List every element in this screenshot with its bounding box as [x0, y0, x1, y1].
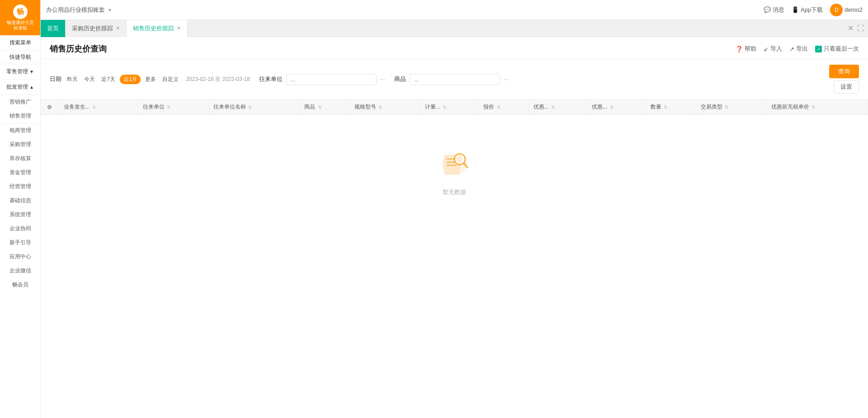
filter-buttons: 查询 设置 — [829, 65, 859, 94]
th-biz-date[interactable]: 业务发生... ⇅ — [59, 100, 138, 115]
sort-icon-discount1: ⇅ — [551, 104, 555, 109]
sort-icon-trade-type: ⇅ — [725, 104, 728, 109]
th-trade-type[interactable]: 交易类型 ⇅ — [696, 100, 766, 115]
partner-filter-more-icon[interactable]: ··· — [380, 76, 386, 83]
topbar: 办公用品行业模拟账套 ▾ 💬 消息 📱 App下载 D demo2 — [41, 0, 868, 20]
goods-filter-input[interactable] — [410, 74, 500, 85]
svg-rect-4 — [447, 165, 457, 166]
filter-area: 日期 昨天 今天 近7天 近1月 更多 自定义 2023-02-18 至 202… — [41, 59, 868, 100]
tabs-bar: 首页 采购历史价跟踪 ✕ 销售历史价跟踪 ✕ ✕ ⛶ — [41, 20, 868, 37]
th-partner-name[interactable]: 往来单位名称 ⇅ — [208, 100, 300, 115]
export-label: 导出 — [796, 45, 808, 53]
user-avatar: D — [830, 4, 843, 16]
th-discount2[interactable]: 优惠... ⇅ — [587, 100, 646, 115]
only-last-once-checkbox[interactable]: ✓ 只看最后一次 — [815, 45, 859, 53]
import-label: 导入 — [770, 45, 782, 53]
th-settings[interactable]: ⚙ — [41, 100, 59, 115]
sidebar-item-quick-nav[interactable]: 快捷导航 — [0, 51, 40, 64]
tab-close-all-icon[interactable]: ✕ — [848, 24, 854, 33]
logo-icon: 畅 — [13, 5, 28, 19]
sort-icon-pre-discount-price: ⇅ — [811, 104, 815, 109]
tab-purchase-history-close[interactable]: ✕ — [116, 25, 120, 31]
date-btn-1month[interactable]: 近1月 — [120, 75, 141, 84]
query-button[interactable]: 查询 — [829, 65, 859, 78]
th-quantity[interactable]: 数量 ⇅ — [646, 100, 696, 115]
export-action[interactable]: ↗ 导出 — [789, 45, 808, 53]
sidebar-item-operation-mgmt[interactable]: 经营管理 — [0, 180, 40, 194]
settings-button[interactable]: 设置 — [834, 80, 859, 94]
sidebar-item-app-center[interactable]: 应用中心 — [0, 250, 40, 264]
date-btn-more[interactable]: 更多 — [143, 75, 158, 84]
user-profile[interactable]: D demo2 — [830, 4, 863, 16]
tab-sales-history-close[interactable]: ✕ — [177, 25, 181, 31]
tab-sales-history[interactable]: 销售历史价跟踪 ✕ — [127, 20, 188, 37]
username-label: demo2 — [844, 6, 863, 13]
empty-state: 暂无数据 — [41, 115, 868, 223]
logo-text: 畅捷通好生意 标准版 — [7, 20, 34, 31]
message-action[interactable]: 💬 消息 — [764, 6, 784, 14]
sort-icon-partner-name: ⇅ — [248, 104, 252, 109]
topbar-right: 💬 消息 📱 App下载 D demo2 — [764, 4, 863, 16]
sidebar-item-wholesale-mgmt[interactable]: 批发管理 ▲ — [0, 80, 40, 95]
sidebar-item-search-menu[interactable]: 搜索菜单 — [0, 35, 40, 51]
date-btn-custom[interactable]: 自定义 — [160, 75, 180, 84]
date-btn-today[interactable]: 今天 — [82, 75, 97, 84]
tab-purchase-history[interactable]: 采购历史价跟踪 ✕ — [66, 20, 127, 37]
svg-point-6 — [457, 156, 463, 162]
main-area: 办公用品行业模拟账套 ▾ 💬 消息 📱 App下载 D demo2 首页 采购历… — [41, 0, 868, 418]
sidebar-item-new-guide[interactable]: 新手引导 — [0, 236, 40, 250]
table-container: ⚙ 业务发生... ⇅ 往来单位 ⇅ 往来单位名称 ⇅ — [41, 100, 868, 418]
sidebar-item-member[interactable]: 畅会员 — [0, 278, 40, 292]
topbar-dropdown-icon[interactable]: ▾ — [108, 7, 111, 13]
th-discount1[interactable]: 优惠... ⇅ — [528, 100, 587, 115]
partner-filter-group: 往来单位 ··· — [259, 74, 386, 85]
sort-icon-quote: ⇅ — [497, 104, 500, 109]
svg-rect-3 — [447, 162, 455, 163]
sidebar-item-purchase-mgmt[interactable]: 采购管理 — [0, 138, 40, 152]
tab-home[interactable]: 首页 — [41, 20, 66, 37]
tab-fullscreen-icon[interactable]: ⛶ — [857, 24, 864, 33]
date-btn-yesterday[interactable]: 昨天 — [65, 75, 80, 84]
sidebar: 畅 畅捷通好生意 标准版 搜索菜单 快捷导航 零售管理 ▼ 批发管理 ▲ 营销推… — [0, 0, 41, 418]
app-download-action[interactable]: 📱 App下载 — [792, 6, 823, 14]
th-goods[interactable]: 商品 ⇅ — [300, 100, 350, 115]
page-title: 销售历史价查询 — [50, 43, 107, 54]
sort-icon-goods: ⇅ — [318, 104, 321, 109]
th-partner-code[interactable]: 往来单位 ⇅ — [138, 100, 208, 115]
date-filter-group: 日期 昨天 今天 近7天 近1月 更多 自定义 2023-02-18 至 202… — [50, 75, 250, 84]
sidebar-item-finance-mgmt[interactable]: 资金管理 — [0, 166, 40, 180]
goods-filter-label: 商品 — [394, 75, 406, 83]
th-spec[interactable]: 规格型号 ⇅ — [349, 100, 420, 115]
help-icon: ❓ — [736, 46, 743, 52]
goods-filter-more-icon[interactable]: ··· — [504, 76, 509, 83]
sidebar-item-sales-promo[interactable]: 营销推广 — [0, 95, 40, 109]
empty-state-icon — [434, 142, 475, 183]
partner-filter-input[interactable] — [286, 74, 377, 85]
sidebar-item-inventory[interactable]: 库存核算 — [0, 152, 40, 166]
sidebar-logo: 畅 畅捷通好生意 标准版 — [0, 0, 40, 35]
sort-icon-partner-code: ⇅ — [167, 104, 170, 109]
topbar-title: 办公用品行业模拟账套 — [46, 6, 105, 14]
import-action[interactable]: ↙ 导入 — [764, 45, 782, 53]
sidebar-item-basic-info[interactable]: 基础信息 — [0, 194, 40, 208]
empty-text: 暂无数据 — [443, 188, 466, 196]
sort-icon-unit: ⇅ — [443, 104, 446, 109]
sidebar-item-ecommerce-mgmt[interactable]: 电商管理 — [0, 124, 40, 138]
sidebar-item-enterprise-collab[interactable]: 企业协同 — [0, 222, 40, 236]
sidebar-item-enterprise-wechat[interactable]: 企业微信 — [0, 264, 40, 278]
date-btn-7days[interactable]: 近7天 — [99, 75, 117, 84]
tab-actions: ✕ ⛶ — [848, 24, 868, 33]
th-unit[interactable]: 计量... ⇅ — [420, 100, 479, 115]
sidebar-item-sales-mgmt[interactable]: 销售管理 — [0, 109, 40, 123]
export-icon: ↗ — [789, 46, 794, 52]
date-options: 昨天 今天 近7天 近1月 更多 自定义 — [65, 75, 180, 84]
th-quote[interactable]: 报价 ⇅ — [479, 100, 529, 115]
sidebar-item-system-mgmt[interactable]: 系统管理 — [0, 208, 40, 222]
help-action[interactable]: ❓ 帮助 — [736, 45, 756, 53]
page-header: 销售历史价查询 ❓ 帮助 ↙ 导入 ↗ 导出 ✓ 只看最后一次 — [41, 37, 868, 59]
gear-icon: ⚙ — [47, 104, 52, 110]
th-pre-discount-price[interactable]: 优惠前无税单价 ⇅ — [766, 100, 868, 115]
sidebar-item-retail-mgmt[interactable]: 零售管理 ▼ — [0, 64, 40, 80]
page-content: 销售历史价查询 ❓ 帮助 ↙ 导入 ↗ 导出 ✓ 只看最后一次 — [41, 37, 868, 418]
date-range-display: 2023-02-18 至 2023-03-18 — [186, 76, 250, 83]
